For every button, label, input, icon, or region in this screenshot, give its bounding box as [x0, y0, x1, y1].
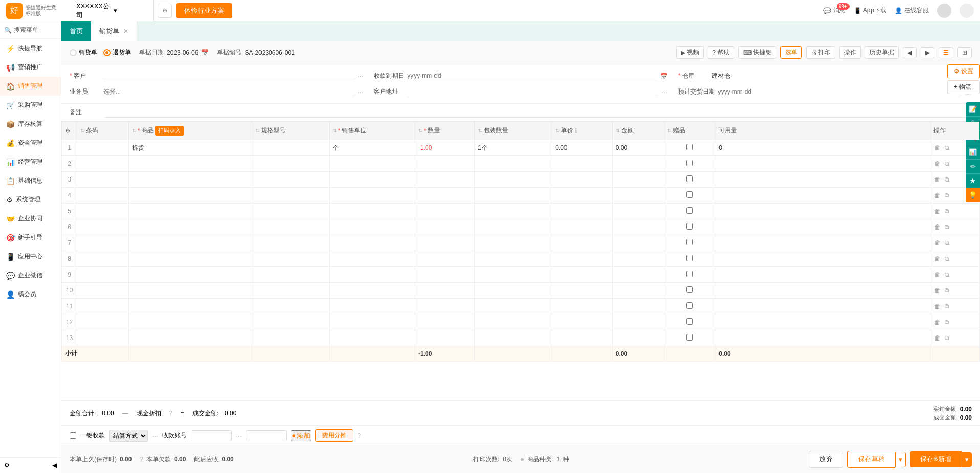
cell-amount-9[interactable] — [612, 267, 664, 283]
save-draft-dropdown[interactable]: ▾ — [895, 452, 906, 467]
cell-product-12[interactable] — [128, 314, 252, 330]
online-service-button[interactable]: 👤 在线客服 — [895, 6, 929, 15]
cell-qty-12[interactable] — [415, 314, 475, 330]
delete-row-7[interactable]: 🗑 — [933, 238, 942, 247]
cell-qty-6[interactable] — [415, 219, 475, 235]
cell-price-13[interactable] — [552, 330, 613, 346]
delete-row-5[interactable]: 🗑 — [933, 207, 942, 216]
salesperson-dots-btn[interactable]: ··· — [358, 88, 364, 96]
save-new-button[interactable]: 保存&新增 — [910, 451, 962, 467]
add-payment-button[interactable]: ● 添加 — [291, 430, 311, 441]
cell-packqty-4[interactable] — [474, 188, 552, 204]
cell-product-1[interactable]: 拆货 — [128, 140, 252, 156]
product-type-icon[interactable]: ● — [520, 456, 524, 463]
cell-product-4[interactable] — [128, 188, 252, 204]
account-input[interactable] — [191, 430, 232, 441]
radio-return[interactable]: 退货单 — [103, 48, 131, 57]
print-btn[interactable]: 🖨 打印 — [806, 46, 835, 59]
sidebar-item-basic-info[interactable]: 📋 基础信息 — [0, 171, 61, 190]
cell-product-9[interactable] — [128, 267, 252, 283]
cell-barcode-7[interactable] — [77, 235, 129, 251]
copy-row-3[interactable]: ⧉ — [944, 175, 950, 184]
cell-barcode-3[interactable] — [77, 172, 129, 188]
copy-row-8[interactable]: ⧉ — [944, 254, 950, 263]
company-selector[interactable]: XXXXXX公司 ▾ — [72, 0, 154, 22]
cell-amount-7[interactable] — [612, 235, 664, 251]
tab-sales-order[interactable]: 销货单 ✕ — [91, 21, 137, 41]
cell-barcode-1[interactable] — [77, 140, 129, 156]
cell-gift-1[interactable] — [664, 140, 715, 156]
message-button[interactable]: 💬 消息 99+ — [823, 6, 845, 15]
cell-barcode-8[interactable] — [77, 251, 129, 267]
delete-row-8[interactable]: 🗑 — [933, 254, 942, 263]
cell-unit-4[interactable] — [329, 188, 415, 204]
sidebar-item-system[interactable]: ⚙ 系统管理 — [0, 190, 61, 209]
delete-row-10[interactable]: 🗑 — [933, 286, 942, 295]
avatar[interactable] — [937, 4, 951, 18]
cell-unit-5[interactable] — [329, 204, 415, 219]
customer-dots-btn[interactable]: ··· — [358, 72, 364, 80]
cell-price-6[interactable] — [552, 219, 613, 235]
cell-gift-9[interactable] — [664, 267, 715, 283]
cell-unit-3[interactable] — [329, 172, 415, 188]
delete-row-13[interactable]: 🗑 — [933, 333, 942, 343]
copy-row-13[interactable]: ⧉ — [944, 333, 950, 343]
cell-price-5[interactable] — [552, 204, 613, 219]
sidebar-item-inventory[interactable]: 📦 库存核算 — [0, 115, 61, 133]
cell-packqty-8[interactable] — [474, 251, 552, 267]
settle-dots-btn[interactable]: ··· — [152, 432, 158, 440]
sidebar-item-wechat[interactable]: 💬 企业微信 — [0, 266, 61, 285]
cell-gift-12[interactable] — [664, 314, 715, 330]
shortcut-btn[interactable]: ⌨ 快捷键 — [738, 46, 776, 59]
cell-product-13[interactable] — [128, 330, 252, 346]
cell-unit-6[interactable] — [329, 219, 415, 235]
list-view-btn[interactable]: ☰ — [939, 47, 953, 58]
cell-amount-5[interactable] — [612, 204, 664, 219]
feiyong-button[interactable]: 费用分摊 — [315, 429, 353, 442]
date-calendar-icon[interactable]: 📅 — [201, 49, 209, 56]
cell-price-2[interactable] — [552, 156, 613, 172]
delete-row-9[interactable]: 🗑 — [933, 270, 942, 279]
cell-packqty-1[interactable]: 1个 — [474, 140, 552, 156]
copy-row-1[interactable]: ⧉ — [944, 143, 950, 152]
cell-packqty-2[interactable] — [474, 156, 552, 172]
cell-price-10[interactable] — [552, 283, 613, 299]
cell-spec-3[interactable] — [252, 172, 329, 188]
cell-price-11[interactable] — [552, 299, 613, 314]
history-btn[interactable]: 历史单据 — [865, 46, 899, 59]
cell-spec-8[interactable] — [252, 251, 329, 267]
sidebar-item-finance[interactable]: 💰 资金管理 — [0, 133, 61, 152]
sidebar-item-sales[interactable]: 🏠 销售管理 — [0, 77, 61, 96]
cell-spec-1[interactable] — [252, 140, 329, 156]
cell-gift-8[interactable] — [664, 251, 715, 267]
cell-unit-9[interactable] — [329, 267, 415, 283]
cell-amount-3[interactable] — [612, 172, 664, 188]
settle-method-select[interactable]: 结算方式 — [109, 430, 148, 442]
cell-gift-5[interactable] — [664, 204, 715, 219]
expected-date-input[interactable] — [718, 86, 961, 97]
app-download-button[interactable]: 📱 App下载 — [854, 6, 886, 15]
cell-spec-4[interactable] — [252, 188, 329, 204]
salesperson-input[interactable] — [103, 86, 355, 97]
cell-gift-13[interactable] — [664, 330, 715, 346]
sidebar-item-app-center[interactable]: 📱 应用中心 — [0, 247, 61, 266]
sidebar-settings-icon[interactable]: ⚙ — [4, 462, 10, 469]
cell-product-10[interactable] — [128, 283, 252, 299]
cell-amount-8[interactable] — [612, 251, 664, 267]
copy-row-10[interactable]: ⧉ — [944, 286, 950, 295]
delete-row-2[interactable]: 🗑 — [933, 159, 942, 168]
sidebar-item-enterprise[interactable]: 🤝 企业协同 — [0, 209, 61, 228]
cell-amount-1[interactable]: 0.00 — [612, 140, 664, 156]
cell-qty-8[interactable] — [415, 251, 475, 267]
scan-btn[interactable]: 扫码录入 — [155, 126, 184, 136]
cell-packqty-10[interactable] — [474, 283, 552, 299]
cell-unit-10[interactable] — [329, 283, 415, 299]
copy-row-12[interactable]: ⧉ — [944, 318, 950, 327]
select-order-btn[interactable]: 选单 — [780, 46, 802, 59]
cell-packqty-11[interactable] — [474, 299, 552, 314]
tab-close-icon[interactable]: ✕ — [123, 28, 128, 35]
cell-packqty-13[interactable] — [474, 330, 552, 346]
cell-price-12[interactable] — [552, 314, 613, 330]
cell-qty-7[interactable] — [415, 235, 475, 251]
cell-amount-2[interactable] — [612, 156, 664, 172]
